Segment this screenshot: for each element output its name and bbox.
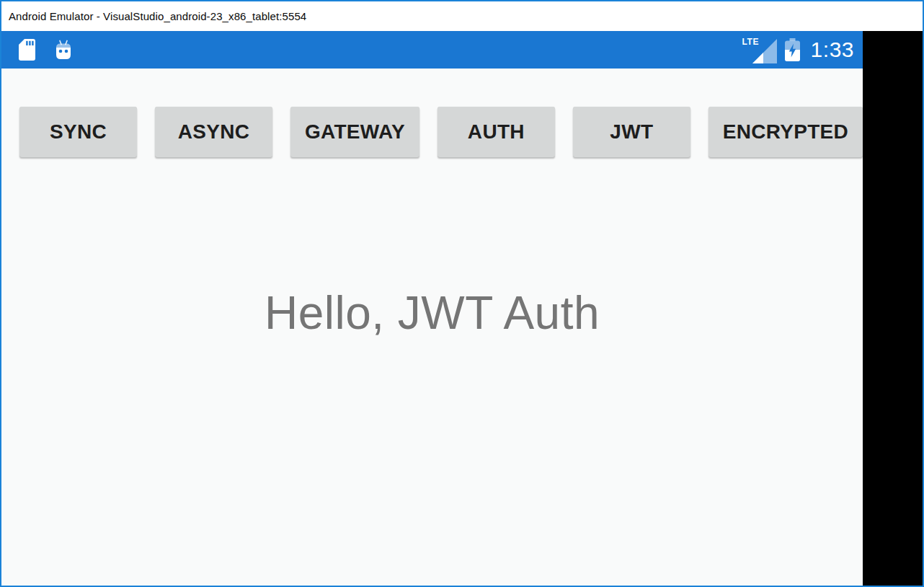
auth-button[interactable]: AUTH (437, 107, 555, 157)
greeting-message: Hello, JWT Auth (1, 286, 863, 340)
button-row: SYNC ASYNC GATEWAY AUTH JWT ENCRYPTED (19, 107, 863, 157)
jwt-button[interactable]: JWT (573, 107, 690, 157)
letterbox-strip (863, 31, 923, 586)
status-bar-left (19, 39, 74, 61)
sd-card-icon (19, 39, 35, 61)
gateway-button[interactable]: GATEWAY (290, 107, 419, 157)
window-title: Android Emulator - VisualStudio_android-… (9, 10, 306, 22)
app-content: SYNC ASYNC GATEWAY AUTH JWT ENCRYPTED He… (1, 69, 863, 586)
encrypted-button[interactable]: ENCRYPTED (708, 107, 863, 157)
emulator-window: Android Emulator - VisualStudio_android-… (0, 0, 924, 587)
async-button[interactable]: ASYNC (155, 107, 272, 157)
android-status-bar: LTE 1:33 (1, 31, 863, 69)
battery-charging-icon (785, 38, 800, 61)
sync-button[interactable]: SYNC (19, 107, 137, 157)
status-bar-clock: 1:33 (811, 37, 854, 62)
android-robot-icon (53, 40, 74, 61)
window-content: LTE 1:33 (1, 31, 923, 586)
device-screen: LTE 1:33 (1, 31, 863, 586)
status-bar-right: LTE 1:33 (742, 37, 854, 63)
window-title-bar[interactable]: Android Emulator - VisualStudio_android-… (1, 1, 923, 31)
signal-triangle-icon: LTE (742, 37, 777, 63)
